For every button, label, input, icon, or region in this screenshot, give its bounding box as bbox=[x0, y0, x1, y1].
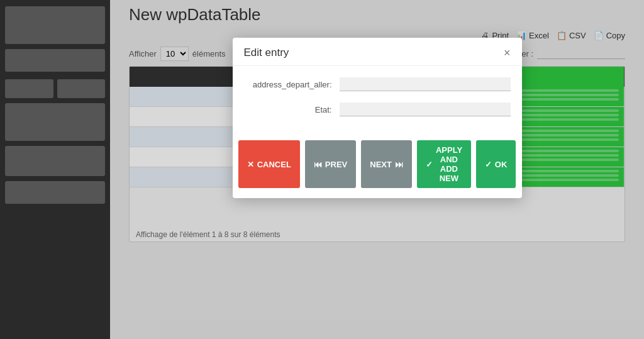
cancel-label: CANCEL bbox=[257, 160, 291, 169]
prev-button[interactable]: ⏮ PREV bbox=[305, 140, 356, 188]
ok-check-icon: ✓ bbox=[485, 160, 492, 169]
field1-label: address_depart_aller: bbox=[244, 80, 332, 89]
apply-label: APPLY AND ADD NEW bbox=[436, 145, 462, 183]
modal-body: address_depart_aller: Etat: bbox=[233, 66, 522, 134]
apply-check-icon: ✓ bbox=[426, 160, 433, 169]
field1-input[interactable] bbox=[340, 77, 511, 91]
sidebar bbox=[0, 0, 110, 339]
edit-entry-modal: Edit entry × address_depart_aller: Etat:… bbox=[233, 38, 522, 198]
prev-label: PREV bbox=[325, 160, 347, 169]
form-row-address: address_depart_aller: bbox=[244, 77, 511, 91]
next-icon: ⏭ bbox=[395, 160, 403, 169]
next-label: NEXT bbox=[370, 160, 392, 169]
sidebar-block-7 bbox=[5, 181, 105, 204]
modal-footer: ✕ CANCEL ⏮ PREV NEXT ⏭ ✓ APPLY AND ADD N… bbox=[233, 134, 522, 198]
apply-button[interactable]: ✓ APPLY AND ADD NEW bbox=[417, 140, 471, 188]
field2-input[interactable] bbox=[340, 103, 511, 116]
next-button[interactable]: NEXT ⏭ bbox=[361, 140, 412, 188]
field2-label: Etat: bbox=[244, 105, 332, 114]
sidebar-block-6 bbox=[5, 146, 105, 176]
sidebar-block-5 bbox=[5, 103, 105, 141]
cancel-x-icon: ✕ bbox=[247, 160, 254, 169]
sidebar-block-2 bbox=[5, 49, 105, 72]
sidebar-block-4 bbox=[57, 79, 106, 98]
modal-header: Edit entry × bbox=[233, 38, 522, 66]
modal-title: Edit entry bbox=[244, 47, 289, 59]
sidebar-block-1 bbox=[5, 6, 105, 44]
form-row-etat: Etat: bbox=[244, 103, 511, 116]
main-content: New wpDataTable 🖨 Print 📊 Excel 📋 CSV 📄 … bbox=[110, 0, 644, 339]
modal-overlay: Edit entry × address_depart_aller: Etat:… bbox=[110, 0, 644, 339]
modal-close-button[interactable]: × bbox=[504, 47, 511, 58]
prev-icon: ⏮ bbox=[314, 160, 322, 169]
cancel-button[interactable]: ✕ CANCEL bbox=[238, 140, 300, 188]
ok-button[interactable]: ✓ OK bbox=[476, 140, 516, 188]
ok-label: OK bbox=[495, 160, 508, 169]
sidebar-block-3 bbox=[5, 79, 53, 98]
sidebar-block-row-1 bbox=[5, 79, 105, 98]
